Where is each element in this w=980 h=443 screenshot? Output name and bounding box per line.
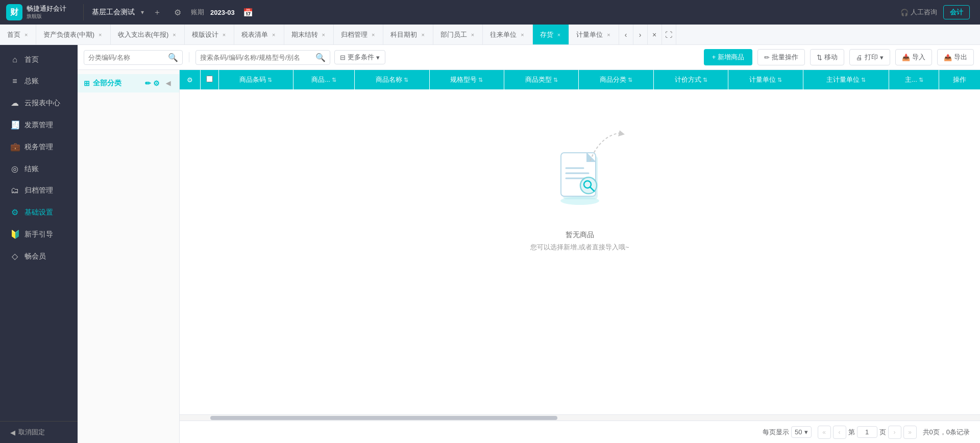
help-button[interactable]: 🎧 人工咨询 [900, 8, 937, 17]
category-search-icon[interactable]: 🔍 [168, 53, 178, 62]
tab-archive[interactable]: 归档管理 × [334, 25, 383, 45]
next-page-button[interactable]: › [888, 426, 901, 439]
first-page-button[interactable]: « [818, 426, 831, 439]
sidebar-item-tax[interactable]: 💼 税务管理 [0, 136, 78, 158]
tab-nav-left[interactable]: ‹ [619, 25, 633, 45]
page-number-input[interactable] [857, 426, 877, 438]
th-price-method[interactable]: 计价方式 ⇅ [653, 70, 728, 89]
code-sort-icon[interactable]: ⇅ [332, 77, 336, 83]
tab-subject-close[interactable]: × [420, 31, 425, 38]
main-unit-sort-icon[interactable]: ⇅ [861, 77, 866, 83]
tab-tax[interactable]: 税表清单 × [234, 25, 284, 45]
tab-template[interactable]: 模版设计 × [185, 25, 234, 45]
panel-collapse-button[interactable]: ◀ [163, 78, 173, 88]
tab-inventory-close[interactable]: × [556, 31, 561, 38]
tab-unit-close[interactable]: × [606, 31, 611, 38]
category-search-box[interactable]: 🔍 [84, 50, 183, 65]
period-value[interactable]: 2023-03 [210, 9, 235, 16]
tab-dept[interactable]: 部门员工 × [433, 25, 483, 45]
print-button[interactable]: 🖨 打印 ▾ [849, 49, 890, 65]
tab-partner-close[interactable]: × [520, 31, 525, 38]
tab-partner[interactable]: 往来单位 × [483, 25, 532, 45]
tab-archive-close[interactable]: × [371, 31, 376, 38]
tab-income[interactable]: 收入支出表(年报) × [111, 25, 185, 45]
last-page-button[interactable]: » [903, 426, 917, 439]
tab-period-close[interactable]: × [321, 31, 326, 38]
extra-sort-icon[interactable]: ⇅ [919, 77, 923, 83]
tab-balance-close[interactable]: × [97, 31, 103, 38]
sidebar-item-settings[interactable]: ⚙ 基础设置 [0, 201, 78, 223]
category-edit-icon[interactable]: ✏ [145, 79, 151, 87]
tab-home-close[interactable]: × [23, 31, 29, 38]
product-search-input[interactable] [200, 54, 312, 61]
prev-page-button[interactable]: ‹ [833, 426, 846, 439]
th-type[interactable]: 商品类型 ⇅ [504, 70, 579, 89]
horizontal-scrollbar[interactable] [180, 414, 980, 421]
settings-header-icon[interactable]: ⚙ [170, 5, 185, 19]
calendar-icon[interactable]: 📅 [241, 5, 255, 19]
tab-balance[interactable]: 资产负债表(中期) × [36, 25, 110, 45]
th-settings[interactable]: ⚙ [180, 70, 200, 89]
tab-tax-close[interactable]: × [271, 31, 276, 38]
spec-sort-icon[interactable]: ⇅ [478, 77, 483, 83]
category-sort-icon[interactable]: ⇅ [628, 77, 632, 83]
account-button[interactable]: 会计 [943, 5, 970, 19]
company-name[interactable]: 基层工会测试 [92, 8, 135, 17]
sidebar-item-settle[interactable]: ◎ 结账 [0, 158, 78, 180]
settings-sidebar-icon: ⚙ [10, 207, 19, 217]
unit-sort-icon[interactable]: ⇅ [777, 77, 782, 83]
tab-home[interactable]: 首页 × [0, 25, 36, 45]
per-page-dropdown[interactable]: 50 ▾ [791, 426, 811, 438]
category-search-input[interactable] [88, 54, 165, 61]
sidebar-item-reports[interactable]: ☁ 云报表中心 [0, 92, 78, 114]
th-code[interactable]: 商品... ⇅ [293, 70, 354, 89]
th-name[interactable]: 商品名称 ⇅ [355, 70, 429, 89]
tab-dept-close[interactable]: × [470, 31, 475, 38]
move-button[interactable]: ⇅ 移动 [810, 49, 844, 65]
more-filter-button[interactable]: ⊟ 更多条件 ▾ [334, 50, 385, 64]
select-all-checkbox[interactable] [206, 76, 213, 82]
tab-fullscreen[interactable]: ⛶ [662, 25, 676, 45]
sidebar-item-ledger[interactable]: ≡ 总账 [0, 71, 78, 92]
th-main-unit[interactable]: 主计量单位 ⇅ [803, 70, 889, 89]
cancel-pin-button[interactable]: ◀ 取消固定 [0, 421, 78, 443]
export-button[interactable]: 📤 导出 [937, 49, 974, 65]
sidebar-item-invoice[interactable]: 🧾 发票管理 [0, 114, 78, 136]
name-sort-icon[interactable]: ⇅ [404, 77, 408, 83]
sidebar-item-archive[interactable]: 🗂 归档管理 [0, 180, 78, 201]
scroll-thumb[interactable] [210, 416, 557, 420]
batch-operation-button[interactable]: ✏ 批量操作 [757, 49, 805, 65]
tab-template-close[interactable]: × [222, 31, 227, 38]
th-checkbox[interactable] [200, 70, 218, 89]
sidebar-item-archive-label: 归档管理 [24, 186, 53, 195]
sidebar-item-home[interactable]: ⌂ 首页 [0, 49, 78, 71]
type-sort-icon[interactable]: ⇅ [553, 77, 558, 83]
company-dropdown-icon[interactable]: ▾ [141, 9, 144, 16]
tab-period[interactable]: 期末结转 × [284, 25, 334, 45]
tab-inventory[interactable]: 存货 × [533, 25, 569, 45]
tax-icon: 💼 [10, 142, 19, 152]
import-button[interactable]: 📥 导入 [895, 49, 932, 65]
sidebar-item-guide[interactable]: 🔰 新手引导 [0, 223, 78, 245]
add-product-button[interactable]: + 新增商品 [704, 49, 752, 65]
th-unit[interactable]: 计量单位 ⇅ [728, 70, 803, 89]
page-navigation: « ‹ 第 页 › » [818, 426, 917, 439]
th-extra[interactable]: 主... ⇅ [889, 70, 939, 89]
category-settings-icon[interactable]: ⚙ [153, 79, 160, 87]
barcode-sort-icon[interactable]: ⇅ [267, 77, 272, 83]
price-method-sort-icon[interactable]: ⇅ [703, 77, 707, 83]
tab-nav-right[interactable]: › [633, 25, 648, 45]
tab-unit[interactable]: 计量单位 × [569, 25, 619, 45]
add-tab-button[interactable]: ＋ [150, 5, 164, 19]
table-scroll-area[interactable]: ⚙ 商品条码 ⇅ [180, 70, 980, 414]
th-category[interactable]: 商品分类 ⇅ [579, 70, 653, 89]
tab-income-close[interactable]: × [172, 31, 177, 38]
category-all-item[interactable]: ⊞ 全部分类 ✏ ⚙ ◀ [78, 74, 179, 92]
th-spec[interactable]: 规格型号 ⇅ [429, 70, 504, 89]
product-search-box[interactable]: 🔍 [195, 50, 330, 65]
th-barcode[interactable]: 商品条码 ⇅ [218, 70, 293, 89]
sidebar-item-member[interactable]: ◇ 畅会员 [0, 245, 78, 267]
tab-close-all[interactable]: × [648, 25, 662, 45]
product-search-icon[interactable]: 🔍 [315, 53, 326, 62]
tab-subject[interactable]: 科目期初 × [383, 25, 433, 45]
